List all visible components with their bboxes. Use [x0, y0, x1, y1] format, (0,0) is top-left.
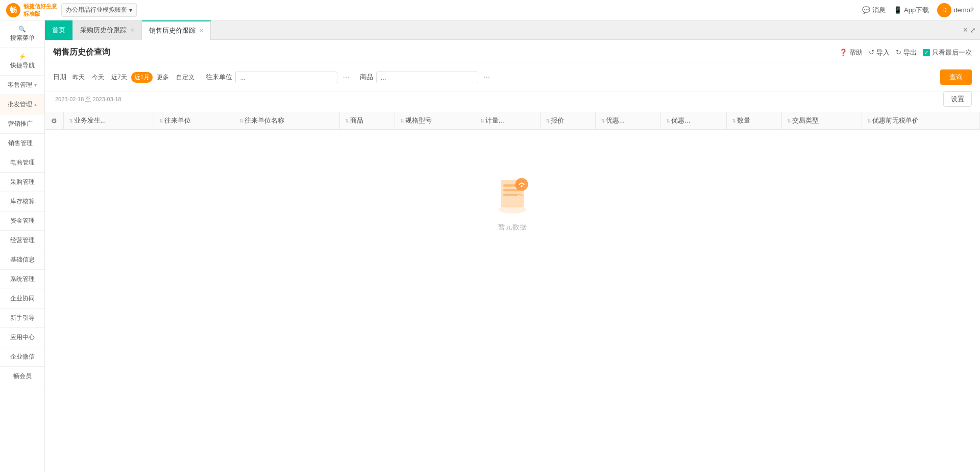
sort-icon: ⇅	[69, 118, 73, 124]
sort-icon: ⇅	[159, 118, 163, 124]
import-button[interactable]: ↺ 导入	[869, 48, 890, 57]
partner-filter-group: 往来单位 ···	[206, 72, 351, 83]
top-bar-right: 💬 消息 📱 App下载 D demo2	[862, 3, 974, 17]
sidebar-item-system-mgmt[interactable]: 系统管理	[0, 270, 44, 289]
sidebar-item-marketing[interactable]: 营销推广	[0, 114, 44, 134]
sidebar-item-inventory[interactable]: 库存核算	[0, 192, 44, 211]
date-filter-label: 日期	[53, 73, 66, 82]
th-quantity[interactable]: ⇅数量	[726, 112, 781, 130]
svg-point-5	[515, 178, 528, 191]
quick-nav-icon: ⚡	[18, 53, 26, 60]
tab-purchase-history[interactable]: 采购历史价跟踪 ×	[73, 20, 142, 40]
th-unit[interactable]: ⇅计量...	[475, 112, 540, 130]
sidebar-item-enterprise-collab[interactable]: 企业协同	[0, 289, 44, 309]
top-bar-left: 畅 畅捷信好生意 标准版 办公用品行业模拟账套 ▾	[6, 3, 137, 17]
export-button[interactable]: ↻ 导出	[896, 48, 917, 57]
partner-input[interactable]	[235, 72, 337, 83]
maximize-icon[interactable]: ⤢	[970, 26, 976, 34]
settings-button[interactable]: 设置	[943, 91, 972, 107]
th-discount2[interactable]: ⇅优惠...	[661, 112, 726, 130]
date-range-text: 2023-02-18 至 2023-03-18	[55, 96, 121, 103]
close-window-icon[interactable]: ×	[963, 26, 968, 35]
message-icon: 💬	[862, 6, 870, 14]
sidebar-item-search-menu[interactable]: 🔍 搜索菜单	[0, 20, 44, 48]
empty-state: 暂元数据	[45, 130, 980, 263]
sidebar-item-enterprise-wechat[interactable]: 企业微信	[0, 347, 44, 367]
sort-icon: ⇅	[732, 118, 736, 124]
close-tab-purchase-history[interactable]: ×	[131, 27, 134, 34]
th-partner-code[interactable]: ⇅往来单位	[154, 112, 234, 130]
date-pill-7days[interactable]: 近7天	[108, 72, 130, 83]
only-last-checkbox-label[interactable]: ✓ 只看最后一次	[923, 48, 972, 57]
partner-dots-icon[interactable]: ···	[340, 73, 351, 82]
date-pill-today[interactable]: 今天	[89, 72, 107, 83]
user-action[interactable]: D demo2	[937, 3, 974, 17]
empty-text: 暂元数据	[498, 223, 527, 232]
sort-icon: ⇅	[867, 118, 871, 124]
page-title: 销售历史价查询	[53, 47, 110, 58]
th-goods[interactable]: ⇅商品	[339, 112, 395, 130]
partner-filter-label: 往来单位	[206, 73, 232, 82]
tab-bar-actions: × ⤢	[963, 26, 980, 35]
th-pre-tax-price[interactable]: ⇅优惠前无税单价	[862, 112, 979, 130]
sort-icon: ⇅	[400, 118, 404, 124]
sidebar-item-quick-nav[interactable]: ⚡ 快捷导航	[0, 48, 44, 76]
import-icon: ↺	[869, 49, 874, 56]
sidebar-item-beginner-guide[interactable]: 新手引导	[0, 309, 44, 328]
sort-icon: ⇅	[239, 118, 243, 124]
filter-area: 日期 昨天 今天 近7天 近1月 更多 自定义 往来单位 ···	[45, 63, 980, 91]
logo-area: 畅 畅捷信好生意 标准版	[6, 3, 57, 17]
sidebar-item-retail-mgmt[interactable]: 零售管理 ▾	[0, 76, 44, 95]
goods-dots-icon[interactable]: ···	[481, 73, 492, 82]
page-header-actions: ❓ 帮助 ↺ 导入 ↻ 导出 ✓ 只看最后一次	[839, 48, 972, 57]
th-spec[interactable]: ⇅规格型号	[395, 112, 475, 130]
sidebar-item-wholesale-mgmt[interactable]: 批发管理 ▴	[0, 95, 44, 114]
sidebar-item-operations-mgmt[interactable]: 经营管理	[0, 231, 44, 250]
goods-input[interactable]	[376, 72, 478, 83]
table-container: ⚙ ⇅业务发生... ⇅往来单位 ⇅往来单位名称	[45, 112, 980, 263]
sidebar-item-finance-mgmt[interactable]: 资金管理	[0, 211, 44, 231]
sort-icon: ⇅	[345, 118, 349, 124]
date-filter-group: 日期 昨天 今天 近7天 近1月 更多 自定义	[53, 72, 198, 83]
settings-gear-icon[interactable]: ⚙	[51, 117, 57, 125]
help-button[interactable]: ❓ 帮助	[839, 48, 863, 57]
th-quote[interactable]: ⇅报价	[541, 112, 596, 130]
date-pill-1month[interactable]: 近1月	[131, 72, 153, 83]
date-pill-more[interactable]: 更多	[154, 72, 172, 83]
main-layout: 🔍 搜索菜单 ⚡ 快捷导航 零售管理 ▾ 批发管理 ▴ 营销推广 销售管理 电商…	[0, 20, 980, 472]
app-selector[interactable]: 办公用品行业模拟账套 ▾	[61, 3, 137, 17]
th-partner-name[interactable]: ⇅往来单位名称	[234, 112, 339, 130]
svg-rect-4	[503, 194, 517, 196]
sidebar-item-app-center[interactable]: 应用中心	[0, 328, 44, 347]
tab-home[interactable]: 首页	[45, 20, 73, 40]
message-action[interactable]: 💬 消息	[862, 6, 886, 15]
page-content: 销售历史价查询 ❓ 帮助 ↺ 导入 ↻ 导出 ✓	[45, 40, 980, 472]
th-settings[interactable]: ⚙	[45, 112, 63, 130]
only-last-checkbox[interactable]: ✓	[923, 49, 930, 56]
sidebar-item-purchase-mgmt[interactable]: 采购管理	[0, 173, 44, 192]
sidebar-item-basic-info[interactable]: 基础信息	[0, 250, 44, 270]
app-download-action[interactable]: 📱 App下载	[894, 6, 929, 15]
date-pill-yesterday[interactable]: 昨天	[69, 72, 88, 83]
search-icon: 🔍	[18, 26, 26, 33]
th-biz-date[interactable]: ⇅业务发生...	[63, 112, 154, 130]
date-pills: 昨天 今天 近7天 近1月 更多 自定义	[69, 72, 198, 83]
date-pill-custom[interactable]: 自定义	[173, 72, 198, 83]
sidebar-item-sales-mgmt[interactable]: 销售管理	[0, 134, 44, 153]
th-discount1[interactable]: ⇅优惠...	[596, 112, 661, 130]
sidebar-item-member[interactable]: 畅会员	[0, 367, 44, 386]
goods-filter-label: 商品	[360, 73, 373, 82]
chevron-down-icon: ▾	[34, 82, 37, 88]
avatar: D	[937, 3, 951, 17]
sidebar-item-ecommerce-mgmt[interactable]: 电商管理	[0, 153, 44, 173]
th-trade-type[interactable]: ⇅交易类型	[781, 112, 862, 130]
goods-filter-group: 商品 ···	[360, 72, 492, 83]
logo-icon: 畅	[6, 3, 20, 17]
query-button[interactable]: 查询	[940, 69, 972, 85]
svg-point-6	[521, 185, 523, 187]
table-header-row: ⚙ ⇅业务发生... ⇅往来单位 ⇅往来单位名称	[45, 112, 980, 130]
tab-sales-history[interactable]: 销售历史价跟踪 ×	[142, 20, 211, 40]
content-area: 首页 采购历史价跟踪 × 销售历史价跟踪 × × ⤢ 销售历史价查询	[45, 20, 980, 472]
close-tab-sales-history[interactable]: ×	[200, 27, 203, 34]
chevron-down-icon: ▾	[129, 7, 132, 14]
